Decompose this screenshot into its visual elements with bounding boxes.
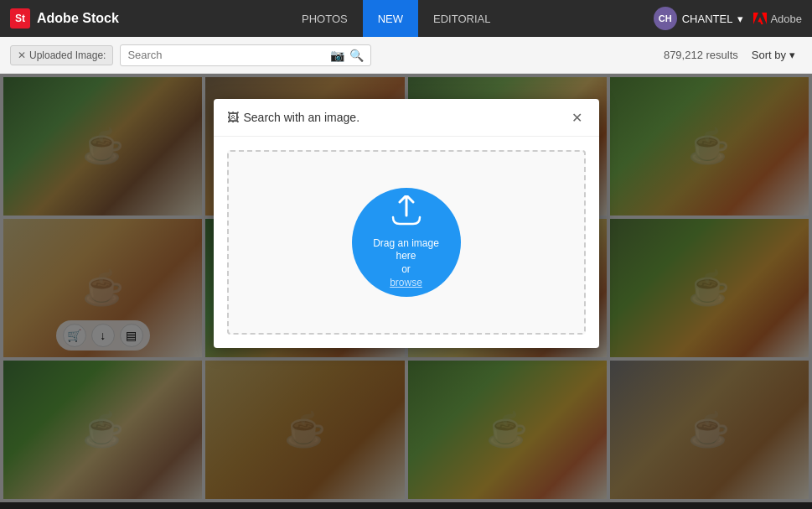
camera-icon[interactable]: 📷 bbox=[330, 49, 344, 62]
search-input-area[interactable]: 📷 🔍 bbox=[120, 44, 371, 66]
user-name: CHANTEL bbox=[682, 13, 733, 25]
modal-body: Drag an image here or browse bbox=[214, 137, 599, 348]
modal-title: 🖼 Search with an image. bbox=[227, 111, 360, 124]
search-row: ✕ Uploaded Image: 📷 🔍 879,212 results So… bbox=[0, 37, 812, 74]
modal-close-button[interactable]: ✕ bbox=[569, 109, 586, 126]
nav-right: CH CHANTEL ▾ Adobe bbox=[654, 7, 802, 30]
uploaded-image-label: Uploaded Image: bbox=[29, 49, 106, 61]
sort-by-label: Sort by bbox=[752, 49, 786, 61]
image-icon: 🖼 bbox=[227, 111, 239, 124]
avatar: CH bbox=[654, 7, 677, 30]
nav-tab-new[interactable]: NEW bbox=[363, 0, 418, 37]
drop-zone[interactable]: Drag an image here or browse bbox=[227, 150, 586, 335]
chevron-down-icon: ▾ bbox=[737, 13, 743, 25]
upload-icon bbox=[390, 195, 423, 231]
close-icon[interactable]: ✕ bbox=[18, 49, 26, 61]
modal-header: 🖼 Search with an image. ✕ bbox=[214, 99, 599, 137]
adobe-logo: Adobe bbox=[753, 12, 802, 25]
drag-drop-text: Drag an image here or browse bbox=[365, 237, 447, 289]
brand-name: Adobe Stock bbox=[37, 11, 119, 26]
nav-tabs: PHOTOS NEW EDITORIAL bbox=[139, 0, 654, 37]
search-with-image-modal: 🖼 Search with an image. ✕ bbox=[214, 99, 599, 348]
browse-link[interactable]: browse bbox=[365, 277, 447, 290]
modal-overlay: 🖼 Search with an image. ✕ bbox=[0, 74, 812, 502]
uploaded-image-tag: ✕ Uploaded Image: bbox=[10, 45, 113, 65]
drop-circle: Drag an image here or browse bbox=[352, 188, 461, 297]
nav-tab-photos[interactable]: PHOTOS bbox=[287, 0, 363, 37]
results-count: 879,212 results bbox=[664, 49, 738, 61]
logo-area: St Adobe Stock bbox=[10, 8, 119, 29]
adobe-stock-logo: St bbox=[10, 8, 30, 29]
sort-by-button[interactable]: Sort by ▾ bbox=[745, 45, 802, 65]
user-area[interactable]: CH CHANTEL ▾ bbox=[654, 7, 744, 30]
search-input[interactable] bbox=[127, 49, 325, 61]
search-icon[interactable]: 🔍 bbox=[349, 49, 364, 62]
top-navigation: St Adobe Stock PHOTOS NEW EDITORIAL CH C… bbox=[0, 0, 812, 37]
chevron-down-icon: ▾ bbox=[789, 49, 795, 61]
nav-tab-editorial[interactable]: EDITORIAL bbox=[418, 0, 505, 37]
